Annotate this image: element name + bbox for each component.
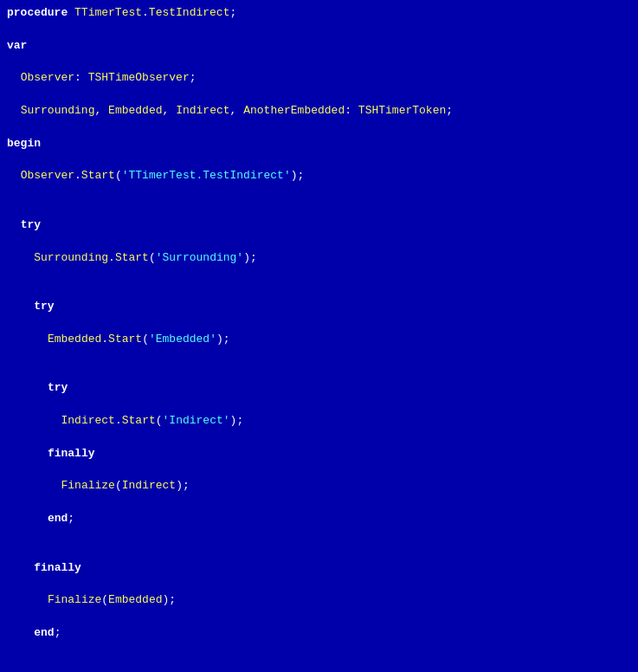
code-line: end; [7, 625, 631, 642]
code-line: finally [7, 560, 631, 577]
code-line: finally [7, 446, 631, 462]
code-line: try [7, 299, 631, 315]
code-line: Indirect.Start('Indirect'); [7, 413, 631, 430]
code-line: Finalize(Indirect); [7, 478, 631, 494]
code-line: Surrounding, Embedded, Indirect, Another… [7, 103, 631, 120]
code-line: procedure TTimerTest.TestIndirect; [7, 5, 631, 22]
code-line: try [7, 217, 631, 234]
code-line: end; [7, 511, 631, 527]
code-line: Finalize(Embedded); [7, 592, 631, 609]
code-line: Observer: TSHTimeObserver; [7, 70, 631, 87]
code-line: Embedded.Start('Embedded'); [7, 332, 631, 348]
code-line: begin [7, 136, 631, 152]
code-line: try [7, 380, 631, 397]
code-line: var [7, 38, 631, 55]
code-editor: procedure TTimerTest.TestIndirect; var O… [0, 0, 638, 672]
code-line: Surrounding.Start('Surrounding'); [7, 250, 631, 267]
code-line: Observer.Start('TTimerTest.TestIndirect'… [7, 168, 631, 184]
